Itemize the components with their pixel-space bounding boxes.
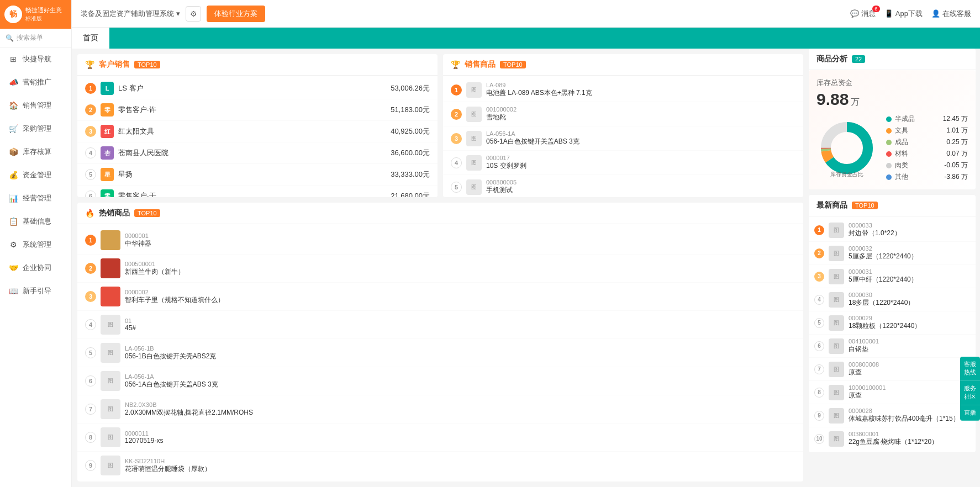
new-product-name: 白钢垫	[849, 345, 970, 354]
hot-product-item: 3 0000002 智利车子里（规格不知道填什么）	[77, 283, 803, 311]
hot-product-item: 5 图 LA-056-1B 056-1B白色按键开关壳ABS2克	[77, 339, 803, 367]
product-name: 雪地靴	[486, 113, 795, 122]
customer-name: 红太阳文具	[118, 126, 386, 136]
sidebar-item-label: 销售管理	[23, 100, 51, 110]
enterprise-icon: 🤝	[8, 263, 18, 272]
sidebar-nav: ⊞ 快捷导航 📣 营销推广 🏠 销售管理 🛒 采购管理 📦 库存核算 💰 资金管…	[0, 47, 71, 487]
community-btn[interactable]: 服务社区	[960, 381, 980, 405]
sidebar-item-basic-info[interactable]: 📋 基础信息	[0, 210, 71, 233]
sales-product-title: 销售商品	[465, 60, 496, 70]
new-product-icon: 图	[829, 269, 844, 284]
product-code: 000800005	[486, 179, 795, 186]
rank-number: 10	[814, 434, 824, 444]
inventory-card: 库存总资金 9.88 万	[809, 70, 976, 189]
sidebar-item-label: 库存核算	[23, 147, 51, 157]
legend-dot	[886, 128, 892, 134]
hot-product-panel: 🔥 热销商品 TOP10 1 0000001 中华神器 2 000500001 …	[77, 203, 803, 481]
message-button[interactable]: 💬 消息 6	[850, 9, 876, 19]
rank-number: 1	[85, 235, 96, 246]
settings-button[interactable]: ⚙	[186, 6, 201, 22]
search-menu[interactable]: 🔍 搜索菜单	[0, 29, 71, 47]
system-title-dropdown[interactable]: 装备及固定资产辅助管理系统 ▾	[81, 9, 180, 19]
app-download-button[interactable]: 📱 App下载	[884, 9, 923, 19]
sidebar-item-operations[interactable]: 📊 经营管理	[0, 187, 71, 210]
new-product-code: 0000028	[849, 407, 970, 414]
rank-number: 8	[85, 432, 96, 443]
customer-avatar: 零	[101, 189, 114, 197]
live-btn[interactable]: 直播	[960, 405, 980, 421]
customer-top10-panel: 🏆 客户销售 TOP10 1 L LS 客户 53,006.26元 2 零 零售…	[77, 54, 438, 197]
service-buttons: 客服热线 服务社区 直播	[960, 357, 980, 421]
sidebar-item-guide[interactable]: 📖 新手引导	[0, 279, 71, 303]
sidebar-item-system[interactable]: ⚙ 系统管理	[0, 233, 71, 256]
rank-number: 7	[814, 364, 824, 374]
product-name: 056-1B白色按键开关壳ABS2克	[125, 352, 216, 361]
hot-product-badge: TOP10	[134, 209, 160, 217]
hot-product-item: 4 图 01 45#	[77, 311, 803, 339]
sidebar-item-label: 新手引导	[23, 286, 51, 296]
trophy2-icon: 🏆	[451, 60, 460, 69]
customer-avatar: 零	[101, 103, 114, 117]
rank-number: 9	[814, 411, 824, 421]
sidebar-item-purchase[interactable]: 🛒 采购管理	[0, 117, 71, 140]
customer-rank-item: 6 零 零售客户·于 21,680.00元	[77, 186, 438, 197]
sidebar-item-label: 营销推广	[23, 77, 51, 87]
customer-service-btn[interactable]: 客服热线	[960, 357, 980, 381]
app-label: App下载	[895, 9, 923, 19]
product-icon: 图	[466, 155, 482, 171]
new-product-item: 8 图 10000100001 原查	[809, 381, 976, 404]
new-product-icon: 图	[829, 246, 844, 261]
legend-dot	[886, 117, 892, 122]
two-col-section: 🏆 客户销售 TOP10 1 L LS 客户 53,006.26元 2 零 零售…	[77, 54, 803, 197]
sidebar-item-label: 基础信息	[23, 216, 51, 226]
trial-button[interactable]: 体验行业方案	[207, 6, 265, 22]
new-product-name: 22g鱼豆腐·烧烤味（1*12*20）	[849, 437, 970, 447]
customer-rank-item: 4 杏 苍南县人民医院 36,600.00元	[77, 142, 438, 164]
sidebar-item-finance[interactable]: 💰 资金管理	[0, 163, 71, 187]
inventory-amount: 9.88 万	[816, 90, 968, 109]
rank-number: 5	[85, 169, 96, 180]
new-product-icon: 图	[829, 338, 844, 354]
rank-number: 4	[451, 157, 462, 168]
tab-home[interactable]: 首页	[72, 28, 109, 49]
new-products-list: 1 图 0000033 封边带（1.0*22） 2 图 0000032 5厘多层…	[809, 216, 976, 452]
logo-icon: 畅	[4, 6, 22, 23]
hot-product-title: 热销商品	[99, 208, 130, 218]
legend-label: 其他	[895, 172, 941, 182]
sales-product-item: 2 图 001000002 雪地靴	[443, 102, 803, 126]
sidebar-item-marketing[interactable]: 📣 营销推广	[0, 71, 71, 94]
new-product-icon: 图	[829, 292, 844, 308]
hot-product-item: 1 0000001 中华神器	[77, 226, 803, 255]
sidebar-item-sales[interactable]: 🏠 销售管理	[0, 94, 71, 117]
customer-value: 33,333.00元	[391, 170, 430, 179]
new-product-item: 5 图 0000029 18颗粒板（1220*2440）	[809, 311, 976, 335]
legend-label: 材料	[895, 149, 943, 158]
customer-name: LS 客户	[118, 83, 386, 93]
product-icon: 图	[466, 107, 482, 122]
rank-number: 4	[85, 319, 96, 330]
logo-title: 畅捷通好生意	[25, 6, 62, 14]
sidebar-logo: 畅 畅捷通好生意 标准版	[0, 0, 71, 29]
rank-number: 1	[814, 225, 824, 235]
new-product-icon: 图	[829, 408, 844, 424]
message-badge: 6	[872, 6, 880, 12]
sales-product-item: 5 图 000800005 手机测试	[443, 175, 803, 197]
sales-product-list: 1 图 LA-089 电池盖 LA-089 ABS本色+黑种 7.1克 2 图 …	[443, 76, 803, 197]
customer-value: 53,006.26元	[391, 83, 430, 93]
new-product-item: 7 图 000800008 原查	[809, 358, 976, 381]
message-icon: 💬	[850, 9, 859, 18]
sidebar-item-inventory[interactable]: 📦 库存核算	[0, 140, 71, 163]
new-product-code: 000800008	[849, 361, 970, 368]
product-name: 手机测试	[486, 186, 795, 195]
sidebar-item-enterprise[interactable]: 🤝 企业协同	[0, 256, 71, 279]
sidebar-item-quick-nav[interactable]: ⊞ 快捷导航	[0, 47, 71, 71]
rank-number: 3	[451, 133, 462, 144]
rank-number: 1	[85, 83, 96, 94]
product-code: 0000011	[125, 430, 163, 437]
trophy-icon: 🏆	[85, 60, 94, 69]
content-right: 商品分析 22 库存总资金 9.88 万	[809, 49, 980, 487]
customer-avatar: L	[101, 82, 114, 95]
online-service-button[interactable]: 👤 在线客服	[931, 9, 971, 19]
new-product-code: 0000030	[849, 292, 970, 298]
sales-product-badge: TOP10	[500, 61, 526, 68]
